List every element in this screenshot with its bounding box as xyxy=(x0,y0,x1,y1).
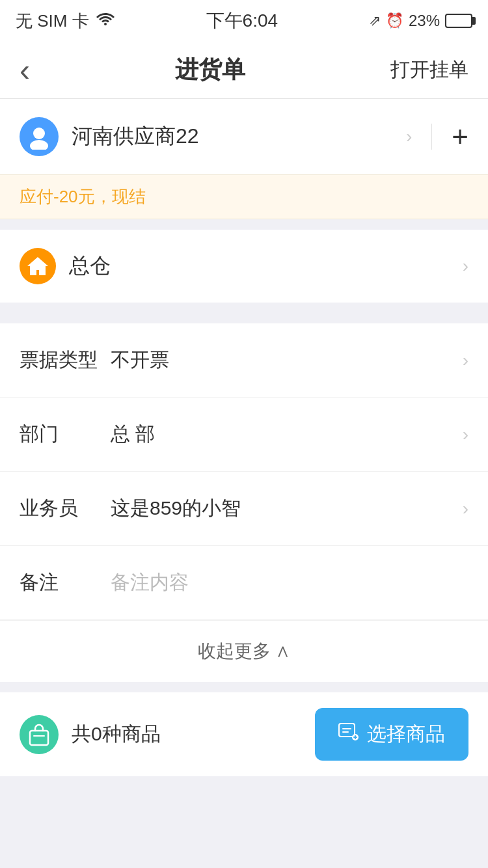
warehouse-name: 总仓 xyxy=(69,252,463,280)
warehouse-icon xyxy=(20,248,56,284)
invoice-value: 不开票 xyxy=(111,347,463,373)
sales-value: 这是859的小智 xyxy=(111,495,463,522)
alarm-icon: ⏰ xyxy=(386,12,403,29)
product-count: 共0种商品 xyxy=(72,721,302,748)
supplier-row[interactable]: 河南供应商22 › + xyxy=(0,99,488,174)
supplier-section: 河南供应商22 › + 应付-20元，现结 xyxy=(0,99,488,219)
dept-label: 部门 xyxy=(20,421,111,448)
house-icon xyxy=(26,254,49,278)
bag-icon xyxy=(27,723,51,746)
svg-rect-2 xyxy=(30,731,48,745)
product-bag-icon xyxy=(20,715,59,754)
page-title: 进货单 xyxy=(175,54,245,86)
battery-icon xyxy=(445,14,472,28)
notice-text: 应付-20元，现结 xyxy=(20,187,146,206)
sales-row[interactable]: 业务员 这是859的小智 › xyxy=(0,472,488,546)
back-button[interactable]: ‹ xyxy=(20,52,30,88)
svg-point-1 xyxy=(30,140,48,150)
status-right: ⇗ ⏰ 23% xyxy=(369,12,472,30)
add-supplier-button[interactable]: + xyxy=(452,122,468,151)
remark-row[interactable]: 备注 备注内容 xyxy=(0,546,488,620)
collapse-button[interactable]: 收起更多 ∧ xyxy=(0,620,488,682)
select-btn-icon xyxy=(338,723,359,746)
warehouse-chevron-icon[interactable]: › xyxy=(463,256,468,277)
status-carrier: 无 SIM 卡 xyxy=(16,10,115,33)
user-icon xyxy=(26,124,52,150)
section-divider-1 xyxy=(0,219,488,230)
dept-value: 总 部 xyxy=(111,421,463,448)
svg-rect-3 xyxy=(339,724,355,737)
supplier-divider xyxy=(431,124,432,150)
invoice-row[interactable]: 票据类型 不开票 › xyxy=(0,323,488,398)
page-background xyxy=(0,787,488,868)
svg-point-0 xyxy=(33,128,45,139)
remark-input[interactable]: 备注内容 xyxy=(111,569,468,596)
invoice-chevron-icon[interactable]: › xyxy=(463,350,468,371)
supplier-actions: › + xyxy=(406,122,468,151)
remark-label: 备注 xyxy=(20,569,111,596)
section-divider-2 xyxy=(0,313,488,323)
status-bar: 无 SIM 卡 下午6:04 ⇗ ⏰ 23% xyxy=(0,0,488,42)
nav-bar: ‹ 进货单 打开挂单 xyxy=(0,42,488,99)
dept-chevron-icon[interactable]: › xyxy=(463,424,468,445)
sales-label: 业务员 xyxy=(20,495,111,522)
select-product-button[interactable]: 选择商品 xyxy=(315,708,468,761)
battery-percent: 23% xyxy=(409,12,440,30)
wifi-icon xyxy=(96,11,115,31)
supplier-name: 河南供应商22 xyxy=(72,122,406,151)
collapse-label: 收起更多 ∧ xyxy=(198,639,291,664)
invoice-label: 票据类型 xyxy=(20,347,111,373)
supplier-chevron-icon[interactable]: › xyxy=(406,126,412,147)
bottom-bar: 共0种商品 选择商品 xyxy=(0,692,488,776)
warehouse-row[interactable]: 总仓 › xyxy=(0,230,488,303)
content-area: 河南供应商22 › + 应付-20元，现结 总仓 › xyxy=(0,99,488,868)
notice-bar: 应付-20元，现结 xyxy=(0,174,488,219)
supplier-avatar xyxy=(20,117,59,156)
select-btn-label: 选择商品 xyxy=(367,721,445,748)
form-section: 票据类型 不开票 › 部门 总 部 › 业务员 这是859的小智 › 备注 备注… xyxy=(0,323,488,682)
open-pending-button[interactable]: 打开挂单 xyxy=(390,57,468,83)
status-time: 下午6:04 xyxy=(206,8,278,33)
carrier-text: 无 SIM 卡 xyxy=(16,10,89,33)
dept-row[interactable]: 部门 总 部 › xyxy=(0,398,488,472)
location-icon: ⇗ xyxy=(369,12,381,29)
sales-chevron-icon[interactable]: › xyxy=(463,498,468,519)
warehouse-section: 总仓 › xyxy=(0,230,488,303)
